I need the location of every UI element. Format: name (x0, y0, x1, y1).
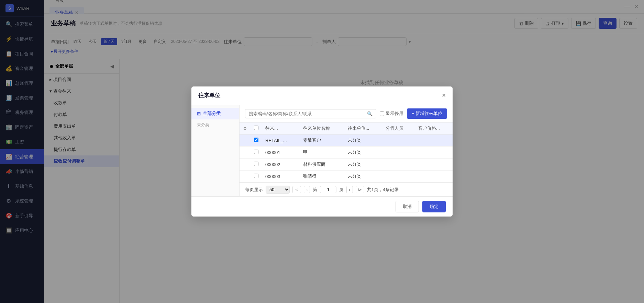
row-settings-2 (240, 147, 251, 159)
row-code-4: 000003 (262, 171, 300, 183)
sidebar-all-label: 全部分类 (203, 110, 221, 117)
show-disabled-label: 显示停用 (380, 110, 403, 117)
row-code-2: 000001 (262, 147, 300, 159)
modal-table: ⚙ 往来... 往来单位名称 (240, 123, 453, 183)
row-check-1[interactable] (254, 138, 258, 142)
table-row[interactable]: RETAIL_... 零散客户 未分类 (240, 135, 453, 147)
row-price-2 (415, 147, 453, 159)
row-person-4 (382, 171, 415, 183)
modal-actions: 取消 确定 (191, 196, 453, 217)
modal-close-btn[interactable]: × (442, 92, 446, 99)
modal-sidebar-all[interactable]: ⊞ 全部分类 (191, 108, 239, 119)
row-category-3: 未分类 (344, 159, 382, 171)
select-all-checkbox[interactable] (254, 126, 258, 130)
row-code-1: RETAIL_... (262, 135, 300, 147)
row-checkbox-1 (251, 135, 262, 147)
row-price-1 (415, 135, 453, 147)
th-settings: ⚙ (240, 123, 251, 135)
new-counterparty-btn[interactable]: + 新增往来单位 (407, 108, 447, 119)
modal-toolbar: 🔍 显示停用 + 新增往来单位 (240, 105, 453, 123)
per-page-select[interactable]: 50 10 20 100 (266, 186, 290, 194)
row-settings-1 (240, 135, 251, 147)
modal-pagination: 每页显示 50 10 20 100 ⊲ ‹ 第 页 › ⊳ 共1页，4条记录 (240, 183, 453, 196)
next-page-btn[interactable]: › (346, 186, 353, 193)
row-person-3 (382, 159, 415, 171)
row-checkbox-4 (251, 171, 262, 183)
modal-main: 🔍 显示停用 + 新增往来单位 (240, 105, 453, 196)
th-price-level: 客户价格... (415, 123, 453, 135)
row-name-2: 甲 (300, 147, 344, 159)
row-checkbox-2 (251, 147, 262, 159)
first-page-btn[interactable]: ⊲ (292, 186, 301, 193)
row-check-2[interactable] (254, 150, 258, 154)
th-person: 分管人员 (382, 123, 415, 135)
search-icon: 🔍 (367, 111, 373, 116)
modal-header: 往来单位 × (191, 86, 453, 105)
row-person-2 (382, 147, 415, 159)
row-settings-3 (240, 159, 251, 171)
row-name-4: 张晴得 (300, 171, 344, 183)
row-price-4 (415, 171, 453, 183)
sidebar-divider: 未分类 (191, 119, 239, 131)
confirm-button[interactable]: 确定 (422, 201, 446, 212)
row-category-4: 未分类 (344, 171, 382, 183)
modal: 往来单位 × ⊞ 全部分类 未分类 🔍 (191, 86, 453, 217)
th-checkbox (251, 123, 262, 135)
modal-search-box: 🔍 (245, 109, 376, 118)
per-page-label: 每页显示 (245, 187, 263, 193)
th-name: 往来单位名称 (300, 123, 344, 135)
row-checkbox-3 (251, 159, 262, 171)
row-person-1 (382, 135, 415, 147)
table-row[interactable]: 000001 甲 未分类 (240, 147, 453, 159)
modal-overlay: 往来单位 × ⊞ 全部分类 未分类 🔍 (0, 0, 644, 303)
show-disabled-checkbox[interactable] (380, 112, 384, 116)
row-name-3: 材料供应商 (300, 159, 344, 171)
unclassified-label: 未分类 (197, 123, 209, 127)
page-label: 第 (313, 187, 317, 193)
row-category-1: 未分类 (344, 135, 382, 147)
prev-page-btn[interactable]: ‹ (304, 186, 310, 193)
last-page-btn[interactable]: ⊳ (356, 186, 364, 193)
modal-sidebar: ⊞ 全部分类 未分类 (191, 105, 240, 196)
row-name-1: 零散客户 (300, 135, 344, 147)
new-counterparty-label: + 新增往来单位 (412, 111, 442, 116)
show-disabled-text: 显示停用 (386, 110, 403, 117)
page-input[interactable] (320, 186, 336, 193)
page-suffix: 页 (339, 187, 344, 193)
modal-table-body: RETAIL_... 零散客户 未分类 000001 甲 未分类 000002 … (240, 135, 453, 183)
modal-body: ⊞ 全部分类 未分类 🔍 显示停用 (191, 105, 453, 196)
modal-search-input[interactable] (249, 111, 365, 116)
row-price-3 (415, 159, 453, 171)
row-settings-4 (240, 171, 251, 183)
grid-icon-2: ⊞ (197, 111, 201, 116)
row-category-2: 未分类 (344, 147, 382, 159)
column-settings-icon[interactable]: ⚙ (243, 126, 247, 131)
row-check-3[interactable] (254, 162, 258, 166)
counterparty-table: ⚙ 往来... 往来单位名称 (240, 123, 453, 183)
cancel-button[interactable]: 取消 (396, 201, 419, 212)
th-category: 往来单位... (344, 123, 382, 135)
modal-title: 往来单位 (198, 92, 220, 99)
table-header-row: ⚙ 往来... 往来单位名称 (240, 123, 453, 135)
table-row[interactable]: 000002 材料供应商 未分类 (240, 159, 453, 171)
row-check-4[interactable] (254, 174, 258, 178)
table-row[interactable]: 000003 张晴得 未分类 (240, 171, 453, 183)
th-code: 往来... (262, 123, 300, 135)
row-code-3: 000002 (262, 159, 300, 171)
total-records: 共1页，4条记录 (367, 187, 399, 193)
